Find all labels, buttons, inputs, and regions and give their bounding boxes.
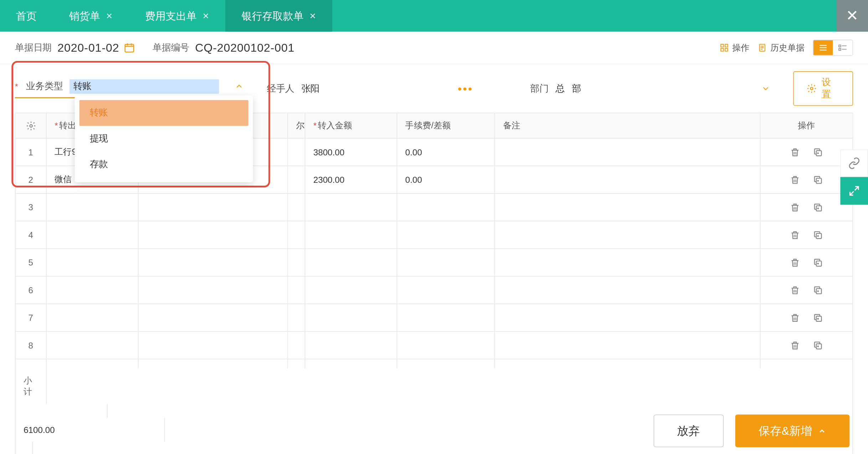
cell-remark[interactable] (495, 194, 760, 221)
tab-sales-order[interactable]: 销货单 ✕ (53, 0, 129, 32)
copy-row-button[interactable] (812, 284, 824, 296)
cell-in-account[interactable] (288, 166, 305, 193)
table-settings-header[interactable] (16, 113, 47, 138)
dropdown-option-transfer[interactable]: 转账 (79, 100, 248, 126)
cell-in-amount[interactable]: 3800.00 (305, 139, 397, 166)
cell-remark[interactable] (495, 249, 760, 276)
copy-row-button[interactable] (812, 201, 824, 213)
copy-row-button[interactable] (812, 146, 824, 158)
copy-row-button[interactable] (812, 257, 824, 268)
tab-home[interactable]: 首页 (0, 0, 53, 32)
cell-remark[interactable] (495, 221, 760, 248)
cell-in-account[interactable] (288, 139, 305, 166)
cell-fee[interactable] (397, 194, 495, 221)
cell-remark[interactable] (495, 277, 760, 304)
cell-out-account[interactable] (47, 332, 139, 359)
history-button[interactable]: 历史单据 (758, 42, 805, 53)
delete-row-button[interactable] (789, 340, 801, 351)
table-row[interactable]: 5 (16, 249, 853, 277)
table-row[interactable]: 4 (16, 221, 853, 249)
more-icon[interactable]: ••• (458, 82, 473, 95)
cell-remark[interactable] (495, 304, 760, 331)
cell-out-amount[interactable] (139, 194, 288, 221)
cell-fee[interactable]: 0.00 (397, 139, 495, 166)
cell-in-amount[interactable] (305, 249, 397, 276)
cell-in-account[interactable] (288, 332, 305, 359)
delete-row-button[interactable] (789, 367, 801, 368)
cell-in-account[interactable] (288, 277, 305, 304)
cell-in-amount[interactable]: 2300.00 (305, 166, 397, 193)
cell-out-account[interactable] (47, 221, 139, 248)
view-list-button[interactable] (813, 40, 833, 55)
cell-out-amount[interactable] (139, 359, 288, 368)
dropdown-option-withdraw[interactable]: 提现 (79, 126, 248, 152)
cell-remark[interactable] (495, 359, 760, 368)
business-type-dropdown[interactable]: 转账 提现 存款 (75, 96, 253, 182)
close-icon[interactable]: ✕ (106, 11, 113, 20)
view-card-button[interactable] (833, 40, 853, 55)
cell-in-account[interactable] (288, 359, 305, 368)
cell-out-amount[interactable] (139, 277, 288, 304)
cell-remark[interactable] (495, 139, 760, 166)
cell-in-account[interactable] (288, 304, 305, 331)
table-row[interactable]: 8 (16, 332, 853, 359)
cell-in-amount[interactable] (305, 277, 397, 304)
cell-fee[interactable] (397, 359, 495, 368)
cell-out-amount[interactable] (139, 221, 288, 248)
cell-fee[interactable] (397, 277, 495, 304)
close-icon[interactable]: ✕ (202, 11, 209, 20)
delete-row-button[interactable] (789, 284, 801, 296)
delete-row-button[interactable] (789, 312, 801, 323)
cell-fee[interactable]: 0.00 (397, 166, 495, 193)
cell-fee[interactable] (397, 332, 495, 359)
save-and-new-button[interactable]: 保存&新增 (735, 414, 850, 447)
table-row[interactable]: 6 (16, 277, 853, 304)
discard-button[interactable]: 放弃 (653, 414, 724, 447)
cell-remark[interactable] (495, 166, 760, 193)
handler-field[interactable]: 经手人 张阳 ••• (267, 80, 507, 97)
table-row[interactable]: 3 (16, 194, 853, 221)
cell-in-amount[interactable] (305, 221, 397, 248)
cell-fee[interactable] (397, 249, 495, 276)
cell-out-account[interactable] (47, 277, 139, 304)
delete-row-button[interactable] (789, 257, 801, 268)
cell-remark[interactable] (495, 332, 760, 359)
cell-out-account[interactable] (47, 249, 139, 276)
actions-button[interactable]: 操作 (720, 42, 750, 53)
cell-in-amount[interactable] (305, 194, 397, 221)
cell-out-amount[interactable] (139, 249, 288, 276)
table-row[interactable]: 7 (16, 304, 853, 331)
copy-row-button[interactable] (812, 367, 824, 368)
close-icon[interactable]: ✕ (309, 11, 316, 20)
tab-bank-transfer-order[interactable]: 银行存取款单 ✕ (225, 0, 332, 32)
copy-row-button[interactable] (812, 312, 824, 323)
panel-close-button[interactable]: ✕ (836, 0, 868, 32)
dropdown-option-deposit[interactable]: 存款 (79, 152, 248, 178)
copy-row-button[interactable] (812, 340, 824, 351)
tab-expense-order[interactable]: 费用支出单 ✕ (129, 0, 225, 32)
cell-in-account[interactable] (288, 221, 305, 248)
date-value[interactable]: 2020-01-02 (57, 41, 119, 54)
settings-button[interactable]: 设置 (794, 71, 853, 106)
delete-row-button[interactable] (789, 201, 801, 213)
delete-row-button[interactable] (789, 174, 801, 185)
copy-row-button[interactable] (812, 174, 824, 185)
link-icon-button[interactable] (841, 149, 868, 177)
table-row[interactable]: 9 (16, 359, 853, 368)
cell-out-account[interactable] (47, 304, 139, 331)
expand-icon-button[interactable] (841, 177, 868, 205)
cell-in-account[interactable] (288, 194, 305, 221)
cell-in-amount[interactable] (305, 304, 397, 331)
cell-out-amount[interactable] (139, 332, 288, 359)
cell-in-account[interactable] (288, 249, 305, 276)
cell-fee[interactable] (397, 304, 495, 331)
department-field[interactable]: 部门 总 部 (530, 80, 770, 97)
cell-fee[interactable] (397, 221, 495, 248)
cell-in-amount[interactable] (305, 359, 397, 368)
delete-row-button[interactable] (789, 146, 801, 158)
cell-out-account[interactable] (47, 194, 139, 221)
calendar-icon[interactable] (124, 42, 135, 53)
cell-out-account[interactable] (47, 359, 139, 368)
delete-row-button[interactable] (789, 229, 801, 241)
cell-out-amount[interactable] (139, 304, 288, 331)
